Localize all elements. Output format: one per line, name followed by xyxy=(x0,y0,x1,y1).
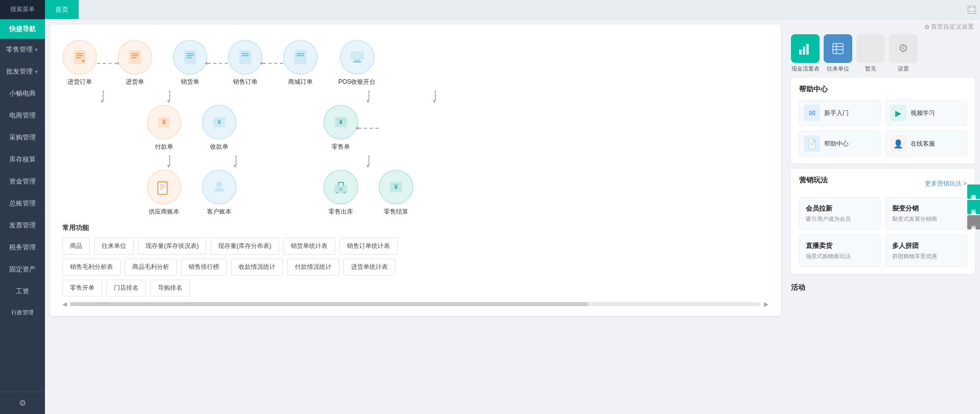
sidebar-item-inventory[interactable]: 库存核算 xyxy=(0,149,45,171)
func-btn-guide-rank[interactable]: 导购排名 xyxy=(150,280,190,296)
common-functions: 常用功能 商品 往来单位 现存量(库存状况表) 现存量(库存分布表) 销货单统计… xyxy=(62,223,768,296)
func-btn-goods[interactable]: 商品 xyxy=(62,238,90,255)
arrow-down-2 xyxy=(169,90,170,101)
svg-rect-40 xyxy=(803,47,805,55)
node-sales-bill[interactable]: 销货单 xyxy=(173,40,207,86)
node-sales-order[interactable]: 销售订单 xyxy=(228,40,263,86)
quick-icon-settings[interactable]: ⚙ 设置 xyxy=(889,34,918,73)
svg-point-35 xyxy=(343,192,345,194)
node-mall-order[interactable]: 商城订单 xyxy=(283,40,318,86)
svg-rect-15 xyxy=(295,51,306,64)
help-beginner[interactable]: ✉ 新手入门 xyxy=(799,100,880,126)
marketing-item-live[interactable]: 直播卖货 场景式购物新玩法 xyxy=(799,235,880,267)
quick-icon-cashflow[interactable]: 现金流量表 xyxy=(791,34,820,73)
node-purchase-order[interactable]: 进货订单 xyxy=(62,40,97,86)
marketing-item-member[interactable]: 会员拉新 吸引用户成为会员 xyxy=(799,197,880,229)
help-online-service[interactable]: 👤 在线客服 xyxy=(885,131,967,156)
main-area: 首页 ⛶ xyxy=(45,0,980,414)
svg-rect-41 xyxy=(806,44,809,55)
restore-button[interactable]: ⛶ xyxy=(968,6,976,14)
sidebar-search[interactable]: 搜索菜单 xyxy=(0,0,45,19)
help-center-card: 帮助中心 ✉ 新手入门 ▶ 视频学习 📄 帮助中心 👤 xyxy=(791,78,975,164)
scroll-left-arrow[interactable]: ◀ xyxy=(62,301,67,308)
arrow-3 xyxy=(263,63,283,64)
sidebar-nav-header: 快捷导航 xyxy=(0,19,45,39)
sidebar-item-payroll[interactable]: 工资 xyxy=(0,281,45,303)
quick-icon-none[interactable]: 暂无 xyxy=(856,34,885,73)
sidebar-item-admin[interactable]: 行政管理 xyxy=(0,303,45,323)
function-buttons-row3: 零售开单 门店排名 导购排名 xyxy=(62,280,768,296)
func-btn-store-rank[interactable]: 门店排名 xyxy=(106,280,146,296)
sidebar-item-purchase[interactable]: 采购管理 xyxy=(0,127,45,149)
node-supplier-book[interactable]: 供应商账本 xyxy=(147,170,181,216)
svg-rect-4 xyxy=(129,51,141,64)
sidebar-item-ledger[interactable]: 总账管理 xyxy=(0,193,45,215)
node-retail-bill[interactable]: ¥ 零售单 xyxy=(323,105,358,151)
sidebar-item-ecommerce-small[interactable]: 小畅电商 xyxy=(0,83,45,105)
node-pos[interactable]: POS收银开台 xyxy=(338,40,376,86)
sidebar-item-tax[interactable]: 税务管理 xyxy=(0,237,45,259)
scroll-track[interactable] xyxy=(70,302,761,306)
sidebar-item-invoice[interactable]: 发票管理 xyxy=(0,215,45,237)
arrow-down-3 xyxy=(368,90,369,101)
right-panel: ⚙ 首页自定义设置 现金流量表 xyxy=(786,19,980,414)
float-btn-service[interactable]: 客服热线 xyxy=(967,185,980,199)
node-retail-out[interactable]: 零售出库 xyxy=(323,170,358,216)
float-btn-community[interactable]: 服务社区 xyxy=(967,200,980,214)
content-area: 进货订单 xyxy=(45,19,980,414)
activity-title: 活动 xyxy=(791,279,975,294)
marketing-item-fission[interactable]: 裂变分销 裂变式发展分销商 xyxy=(885,197,967,229)
svg-rect-39 xyxy=(799,50,802,55)
quick-icon-partners[interactable]: 往来单位 xyxy=(824,34,852,73)
node-receipt[interactable]: ¥ 收款单 xyxy=(202,105,237,151)
sidebar-item-fixed-assets[interactable]: 固定资产 xyxy=(0,259,45,281)
scroll-thumb xyxy=(70,302,588,306)
floating-buttons: 客服热线 服务社区 桌面快捷 xyxy=(967,185,980,229)
svg-rect-28 xyxy=(158,182,167,194)
tab-home[interactable]: 首页 xyxy=(45,0,79,19)
func-btn-sales-stat[interactable]: 销货单统计表 xyxy=(283,238,335,255)
arrow-down-4 xyxy=(169,155,170,166)
common-functions-title: 常用功能 xyxy=(62,223,768,233)
sidebar-item-finance[interactable]: 资金管理 xyxy=(0,171,45,193)
tab-bar: 首页 ⛶ xyxy=(45,0,980,19)
svg-rect-0 xyxy=(74,51,85,64)
func-btn-goods-profit[interactable]: 商品毛利分析 xyxy=(125,259,177,275)
help-video[interactable]: ▶ 视频学习 xyxy=(885,100,967,126)
arrow-down-5 xyxy=(236,155,237,166)
node-customer-book[interactable]: 客户账本 xyxy=(202,170,237,216)
function-buttons-row2: 销售毛利分析表 商品毛利分析 销售排行榜 收款情况统计 付款情况统计 进货单统计… xyxy=(62,259,768,275)
marketing-header: 营销玩法 更多营销玩法 > xyxy=(799,176,967,191)
float-btn-desktop[interactable]: 桌面快捷 xyxy=(967,215,980,229)
home-settings-bar[interactable]: ⚙ 首页自定义设置 xyxy=(791,19,975,34)
func-btn-stock-status[interactable]: 现存量(库存状况表) xyxy=(138,238,206,255)
settings-icon[interactable]: ⚙ xyxy=(0,392,45,414)
more-marketing-link[interactable]: 更多营销玩法 > xyxy=(925,179,967,188)
sidebar-item-ecommerce[interactable]: 电商管理 xyxy=(0,105,45,127)
quick-icons: 现金流量表 往来单位 暂无 xyxy=(791,34,975,73)
scroll-right-arrow[interactable]: ▶ xyxy=(764,301,768,308)
help-center-link[interactable]: 📄 帮助中心 xyxy=(799,131,880,156)
node-purchase-bill[interactable]: 进货单 xyxy=(118,40,152,86)
func-btn-retail-order[interactable]: 零售开单 xyxy=(62,280,102,296)
svg-rect-8 xyxy=(184,51,196,64)
func-btn-payment-stat[interactable]: 付款情况统计 xyxy=(287,259,339,275)
marketing-grid: 会员拉新 吸引用户成为会员 裂变分销 裂变式发展分销商 直播卖货 场景式购物新玩… xyxy=(799,197,967,267)
node-payment[interactable]: ¥ 付款单 xyxy=(147,105,181,151)
svg-rect-18 xyxy=(351,52,363,60)
func-btn-sales-profit[interactable]: 销售毛利分析表 xyxy=(62,259,121,275)
func-btn-sales-order-stat[interactable]: 销售订单统计表 xyxy=(339,238,398,255)
func-btn-receipt-stat[interactable]: 收款情况统计 xyxy=(231,259,283,275)
sidebar-item-retail[interactable]: 零售管理 ▼ xyxy=(0,39,45,61)
marketing-item-group[interactable]: 多人拼团 拼团购物享受优惠 xyxy=(885,235,967,267)
window-controls: ⛶ xyxy=(968,6,980,14)
node-retail-settle[interactable]: ¥ 零售结算 xyxy=(379,170,413,216)
func-btn-purchase-stat[interactable]: 进货单统计表 xyxy=(343,259,395,275)
func-btn-partners[interactable]: 往来单位 xyxy=(94,238,134,255)
func-btn-stock-dist[interactable]: 现存量(库存分布表) xyxy=(211,238,279,255)
func-btn-sales-rank[interactable]: 销售排行榜 xyxy=(181,259,227,275)
svg-text:¥: ¥ xyxy=(394,183,398,191)
svg-point-36 xyxy=(339,188,342,191)
sidebar-item-wholesale[interactable]: 批发管理 ▼ xyxy=(0,61,45,83)
svg-rect-12 xyxy=(240,51,251,64)
